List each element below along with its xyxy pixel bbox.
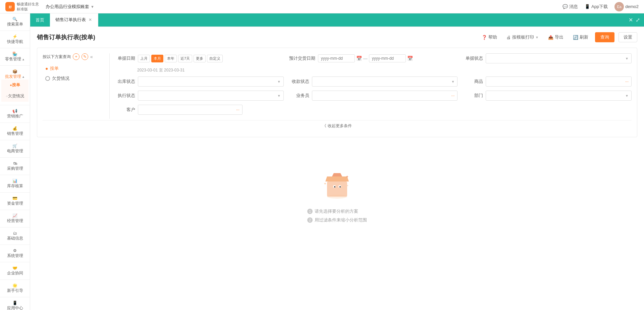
query-button[interactable]: 查询 [595, 32, 614, 42]
message-button[interactable]: 💬 消息 [562, 4, 578, 10]
exec-status-label: 执行状态 [115, 93, 135, 99]
sidebar-item-marketing[interactable]: 📢 营销推广 [0, 105, 30, 123]
delivery-status-arrow-icon: ▼ [277, 80, 281, 84]
date-btn-more[interactable]: 更多 [194, 55, 206, 62]
svg-point-11 [334, 186, 335, 188]
tab-sales-order[interactable]: 销售订单执行表 ✕ [50, 13, 98, 27]
expected-date-label: 预计交货日期 [289, 55, 315, 61]
refresh-button[interactable]: 🔄 刷新 [570, 33, 591, 42]
quick-nav-icon: ⚡ [12, 34, 17, 39]
scheme-debt-icon [45, 76, 50, 81]
tab-home[interactable]: 首页 [30, 13, 50, 27]
filter-field-bill-status: 单据状态 ▼ [463, 53, 632, 63]
product-select[interactable]: ··· [486, 76, 632, 87]
sidebar-item-search[interactable]: 🔍 搜索菜单 [0, 13, 30, 31]
delivery-status-label: 出库状态 [115, 79, 135, 85]
sidebar-item-inventory[interactable]: 📊 库存核算 [0, 175, 30, 193]
delivery-status-select[interactable]: ▼ [138, 76, 284, 87]
wholesale-submenu: ● 按单 ○ 欠货情况 [1, 80, 29, 102]
collapse-more-button[interactable]: 《 收起更多条件 [322, 123, 352, 129]
sidebar-item-quick-nav[interactable]: ⚡ 快捷导航 [0, 31, 30, 48]
svg-text:✦: ✦ [346, 184, 349, 187]
customer-more-icon[interactable]: ··· [236, 107, 239, 112]
tab-close-icon[interactable]: ✕ [88, 17, 93, 23]
filter-scheme-panel: 按以下方案查询 + ✎ « ● 按单 [43, 53, 110, 119]
logo-text: 畅捷通好生意 标准版 [17, 2, 39, 11]
sidebar-item-sales[interactable]: 💰 销售管理 [0, 123, 30, 140]
date-btn-this-year[interactable]: 本年 [165, 55, 177, 62]
sidebar: 🔍 搜索菜单 ⚡ 快捷导航 🏪 零售管理 ▲ 📦 批发管理 ▲ ● 按单 [0, 13, 30, 310]
page-title-bar: 销售订单执行表(按单) ❓ 帮助 🖨 按模板打印 ▼ 📤 导出 [37, 32, 637, 42]
department-select[interactable]: ▼ [486, 91, 632, 101]
filter-main: 按以下方案查询 + ✎ « ● 按单 [43, 53, 632, 119]
filter-field-payment-status: 收款状态 ▼ [289, 76, 458, 87]
collapse-scheme-button[interactable]: « [90, 54, 93, 59]
scheme-order-icon: ● [45, 66, 48, 71]
system-icon: ⚙ [13, 248, 17, 253]
expand-icon[interactable]: ⤢ [636, 17, 640, 23]
inventory-icon: 📊 [12, 178, 17, 183]
sidebar-item-wholesale[interactable]: 📦 批发管理 ▲ ● 按单 ○ 欠货情况 [0, 66, 30, 105]
calendar-start-icon[interactable]: 📅 [356, 56, 362, 61]
sidebar-item-appstore[interactable]: 📱 应用中心 [0, 297, 30, 310]
wholesale-icon: 📦 [12, 69, 17, 74]
settings-button[interactable]: 设置 [619, 32, 637, 42]
empty-illustration: ✦ ✦ ✦ [320, 168, 354, 202]
breadcrumb: 办公用品行业模拟账套 ▼ [46, 4, 94, 10]
app-download-button[interactable]: 📱 App下载 [585, 4, 608, 10]
salesperson-select[interactable]: ··· [312, 91, 458, 101]
product-more-icon[interactable]: ··· [625, 79, 629, 84]
top-header: 好 畅捷通好生意 标准版 办公用品行业模拟账套 ▼ 💬 消息 📱 App下载 E… [0, 0, 644, 13]
breadcrumb-dropdown-icon[interactable]: ▼ [91, 5, 94, 9]
payment-status-select[interactable]: ▼ [312, 76, 458, 87]
salesperson-more-icon[interactable]: ··· [451, 93, 454, 98]
date-btn-last-month[interactable]: 上月 [138, 55, 150, 62]
bill-date-control: 上月 本月 本年 近7天 更多 自定义 [138, 55, 284, 62]
date-btn-7days[interactable]: 近7天 [178, 55, 192, 62]
collapse-more: 《 收起更多条件 [43, 120, 632, 132]
sidebar-item-system[interactable]: ⚙ 系统管理 [0, 245, 30, 262]
user-menu-button[interactable]: Ea demo2 [614, 2, 639, 11]
filter-scheme-header: 按以下方案查询 + ✎ « [43, 53, 104, 60]
export-button[interactable]: 📤 导出 [545, 33, 566, 42]
close-all-icon[interactable]: ✕ [629, 17, 633, 23]
department-arrow-icon: ▼ [625, 94, 629, 98]
sidebar-item-retail[interactable]: 🏪 零售管理 ▲ [0, 48, 30, 66]
sidebar-sub-item-order[interactable]: ● 按单 [1, 80, 29, 91]
search-icon: 🔍 [12, 17, 17, 21]
template-print-button[interactable]: 🖨 按模板打印 ▼ [504, 33, 541, 42]
sidebar-item-finance[interactable]: 💳 资金管理 [0, 193, 30, 210]
date-btn-this-month[interactable]: 本月 [151, 55, 163, 62]
customer-label: 客户 [115, 107, 135, 113]
edit-scheme-button[interactable]: ✎ [82, 53, 88, 60]
sidebar-item-enterprise[interactable]: 🤝 企业协同 [0, 262, 30, 280]
customer-select[interactable]: ··· [138, 105, 243, 115]
bill-status-select[interactable]: ▼ [486, 53, 632, 63]
sidebar-item-basic[interactable]: 🗂 基础信息 [0, 227, 30, 245]
svg-text:好: 好 [8, 5, 12, 9]
sidebar-item-operation[interactable]: 📈 经营管理 [0, 210, 30, 227]
sidebar-sub-item-debt[interactable]: ○ 欠货情况 [1, 91, 29, 102]
expected-date-end[interactable] [369, 54, 406, 62]
date-separator: — [363, 56, 368, 61]
date-btn-custom[interactable]: 自定义 [207, 55, 223, 62]
filter-field-bill-date: 单据日期 上月 本月 本年 近7天 更多 自定义 [115, 55, 284, 62]
sales-icon: 💰 [12, 126, 17, 131]
expected-date-start[interactable] [318, 54, 355, 62]
exec-status-select[interactable]: ▼ [138, 91, 284, 101]
svg-point-12 [339, 186, 341, 188]
add-scheme-button[interactable]: + [73, 53, 79, 60]
tip-item-1: 1 请先选择要分析的方案 [307, 208, 367, 214]
filter-section: 按以下方案查询 + ✎ « ● 按单 [37, 48, 637, 137]
scheme-item-order[interactable]: ● 按单 [43, 63, 104, 73]
help-button[interactable]: ❓ 帮助 [479, 33, 500, 42]
sidebar-item-purchase[interactable]: 🛍 采购管理 [0, 158, 30, 175]
sidebar-item-newbie[interactable]: 🌟 新手引导 [0, 280, 30, 297]
scheme-item-debt[interactable]: 欠货情况 [43, 73, 104, 84]
filter-field-department: 部门 ▼ [463, 91, 632, 101]
sidebar-item-ecommerce[interactable]: 🛒 电商管理 [0, 140, 30, 158]
calendar-end-icon[interactable]: 📅 [407, 56, 413, 61]
newbie-icon: 🌟 [12, 283, 17, 288]
bill-status-label: 单据状态 [463, 55, 483, 61]
svg-rect-3 [327, 182, 347, 197]
